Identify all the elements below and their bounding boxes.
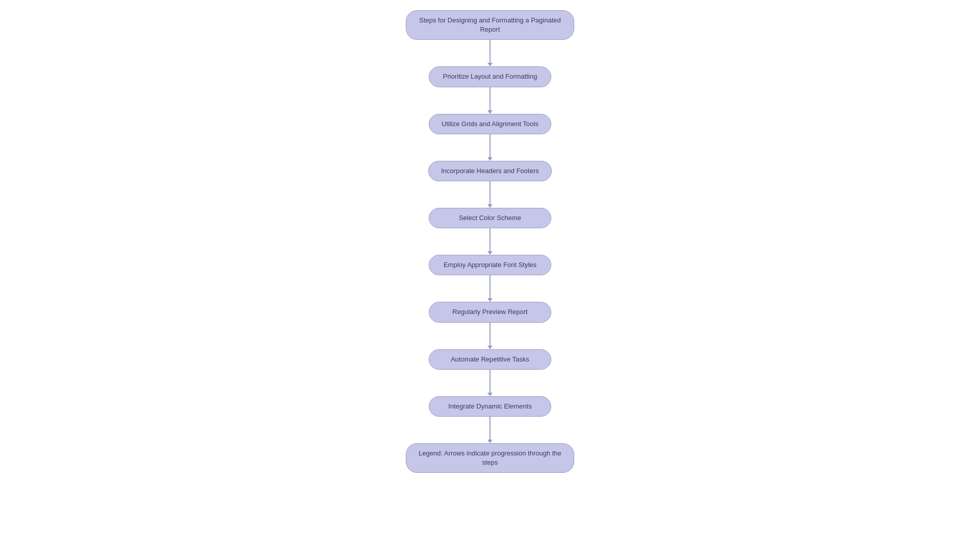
arrow-5 bbox=[487, 228, 493, 255]
node-step2-label: Utilize Grids and Alignment Tools bbox=[442, 120, 538, 128]
node-step3: Incorporate Headers and Footers bbox=[428, 161, 552, 181]
node-start-label: Steps for Designing and Formatting a Pag… bbox=[419, 16, 561, 33]
node-step5: Employ Appropriate Font Styles bbox=[429, 255, 551, 275]
node-legend-label: Legend: Arrows indicate progression thro… bbox=[419, 449, 561, 466]
node-step3-label: Incorporate Headers and Footers bbox=[441, 167, 539, 175]
node-step1: Prioritize Layout and Formatting bbox=[429, 66, 551, 87]
node-step7-label: Automate Repetitive Tasks bbox=[451, 355, 529, 363]
node-step5-label: Employ Appropriate Font Styles bbox=[444, 261, 536, 269]
arrow-head-7 bbox=[487, 346, 493, 349]
arrow-line-5 bbox=[489, 228, 491, 251]
node-step6-label: Regularly Preview Report bbox=[452, 308, 527, 316]
arrow-head-8 bbox=[487, 393, 493, 396]
node-step7: Automate Repetitive Tasks bbox=[429, 349, 551, 370]
arrow-head-6 bbox=[487, 298, 493, 302]
arrow-3 bbox=[487, 134, 493, 161]
arrow-line-9 bbox=[489, 417, 491, 440]
arrow-head-9 bbox=[487, 440, 493, 443]
arrow-line-1 bbox=[489, 40, 491, 63]
arrow-4 bbox=[487, 181, 493, 208]
node-step4: Select Color Scheme bbox=[429, 208, 551, 228]
node-start: Steps for Designing and Formatting a Pag… bbox=[406, 10, 574, 40]
arrow-8 bbox=[487, 370, 493, 396]
node-step8-label: Integrate Dynamic Elements bbox=[448, 402, 531, 410]
arrow-head-2 bbox=[487, 110, 493, 114]
arrow-line-3 bbox=[489, 134, 491, 157]
arrow-head-3 bbox=[487, 157, 493, 161]
node-step6: Regularly Preview Report bbox=[429, 302, 551, 322]
arrow-line-2 bbox=[489, 87, 491, 110]
node-legend: Legend: Arrows indicate progression thro… bbox=[406, 443, 574, 473]
arrow-1 bbox=[487, 40, 493, 66]
arrow-head-1 bbox=[487, 63, 493, 66]
arrow-line-7 bbox=[489, 323, 491, 346]
arrow-head-4 bbox=[487, 204, 493, 208]
arrow-7 bbox=[487, 323, 493, 349]
arrow-6 bbox=[487, 275, 493, 302]
node-step2: Utilize Grids and Alignment Tools bbox=[429, 114, 551, 134]
arrow-head-5 bbox=[487, 251, 493, 255]
node-step4-label: Select Color Scheme bbox=[459, 214, 521, 222]
arrow-line-6 bbox=[489, 275, 491, 298]
arrow-9 bbox=[487, 417, 493, 443]
node-step1-label: Prioritize Layout and Formatting bbox=[443, 73, 537, 80]
flowchart: Steps for Designing and Formatting a Pag… bbox=[388, 5, 592, 478]
arrow-line-8 bbox=[489, 370, 491, 393]
arrow-line-4 bbox=[489, 181, 491, 204]
node-step8: Integrate Dynamic Elements bbox=[429, 396, 551, 417]
arrow-2 bbox=[487, 87, 493, 114]
